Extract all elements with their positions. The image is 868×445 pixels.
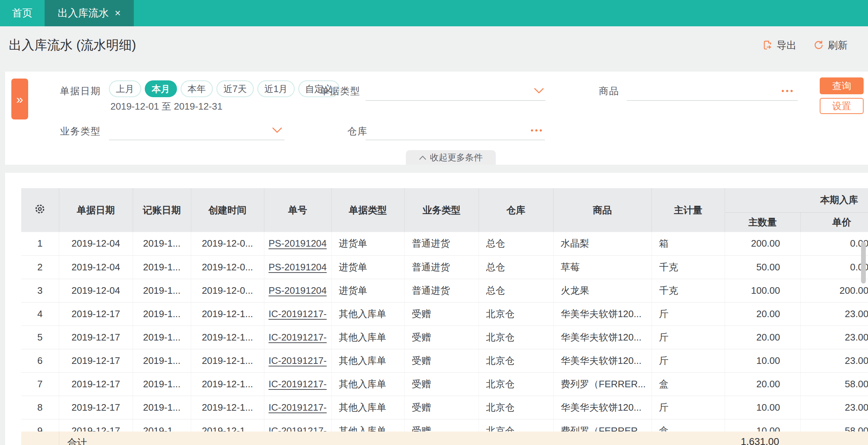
table-row: 92019-12-172019-1...2019-12-1...IC-20191…: [21, 419, 868, 431]
cell-no: 6: [21, 349, 59, 372]
date-preset-4[interactable]: 近1月: [257, 80, 295, 97]
cell-created: 2019-12-1...: [191, 419, 264, 431]
cell-created: 2019-12-1...: [191, 349, 264, 372]
tab-inout-flow-label: 出入库流水: [58, 6, 109, 20]
settings-button[interactable]: 设置: [820, 98, 864, 114]
cell-qty: 20.00: [725, 302, 800, 326]
page-title: 出入库流水 (流水明细): [9, 37, 136, 54]
column-header-4: 单据类型: [331, 188, 404, 232]
table-row: 52019-12-172019-1...2019-12-1...IC-20191…: [21, 326, 868, 349]
cell-doc_date: 2019-12-17: [59, 372, 133, 396]
cell-created: 2019-12-0...: [191, 255, 264, 279]
warehouse-picker-ellipsis-icon[interactable]: [531, 129, 542, 132]
gear-icon: [34, 203, 46, 215]
cell-unit: 盒: [652, 372, 725, 396]
cell-price: 0.000: [800, 255, 868, 279]
cell-account_date: 2019-1...: [133, 279, 191, 302]
cell-doc_date: 2019-12-17: [59, 419, 133, 431]
cell-doc_type: 进货单: [331, 279, 404, 302]
export-button[interactable]: 导出: [762, 39, 796, 52]
close-tab-icon[interactable]: ×: [115, 8, 121, 18]
doc-no-link[interactable]: PS-20191204: [268, 238, 327, 249]
cell-doc_type: 进货单: [331, 255, 404, 279]
panel-expander-button[interactable]: »: [11, 79, 28, 119]
cell-doc_no: PS-20191204: [264, 279, 331, 302]
cell-doc_no: PS-20191204: [264, 255, 331, 279]
doc-no-link[interactable]: IC-20191217-: [269, 308, 327, 319]
export-icon: [762, 40, 773, 51]
cell-doc_type: 其他入库单: [331, 396, 404, 419]
cell-no: 2: [21, 255, 59, 279]
cell-no: 4: [21, 302, 59, 326]
page-header: 出入库流水 (流水明细) 导出 刷新: [0, 26, 868, 65]
column-header-1: 记账日期: [133, 188, 191, 232]
column-header-8: 主计量: [652, 188, 725, 232]
doc-no-link[interactable]: IC-20191217-: [269, 379, 327, 389]
cell-warehouse: 北京仓: [479, 372, 553, 396]
column-header-2: 创建时间: [191, 188, 264, 232]
table-row: 72019-12-172019-1...2019-12-1...IC-20191…: [21, 372, 868, 396]
biz-type-dropdown[interactable]: [272, 127, 282, 133]
warehouse-input[interactable]: [366, 122, 545, 140]
cell-doc_date: 2019-12-17: [59, 302, 133, 326]
cell-price: 58.000: [800, 372, 868, 396]
column-header-3: 单号: [264, 188, 331, 232]
chevron-down-icon: [534, 88, 544, 94]
refresh-button[interactable]: 刷新: [813, 39, 848, 52]
cell-account_date: 2019-1...: [133, 396, 191, 419]
doc-type-label: 单据类型: [320, 85, 361, 98]
cell-biz_type: 普通进货: [404, 279, 479, 302]
table-row: 42019-12-172019-1...2019-12-1...IC-20191…: [21, 302, 868, 326]
cell-qty: 10.00: [725, 349, 800, 372]
doc-no-link[interactable]: IC-20191217-: [269, 332, 327, 343]
cell-unit: 斤: [652, 326, 725, 349]
cell-created: 2019-12-1...: [191, 302, 264, 326]
cell-doc_type: 其他入库单: [331, 372, 404, 396]
refresh-icon: [813, 40, 824, 51]
doc-type-input[interactable]: [366, 83, 546, 101]
group-header-current-inbound: 本期入库: [725, 188, 868, 212]
tab-home[interactable]: 首页: [0, 0, 45, 26]
cell-biz_type: 受赠: [404, 326, 479, 349]
date-preset-0[interactable]: 上月: [109, 80, 141, 97]
cell-product: 水晶梨: [553, 232, 652, 255]
cell-qty: 10.00: [725, 419, 800, 431]
date-preset-3[interactable]: 近7天: [216, 80, 254, 97]
chevron-up-icon: [419, 155, 426, 160]
column-header-0: 单据日期: [59, 188, 133, 232]
doc-no-link[interactable]: IC-20191217-: [269, 402, 327, 413]
date-preset-1[interactable]: 本月: [145, 80, 177, 97]
table-row: 22019-12-042019-1...2019-12-0...PS-20191…: [21, 255, 868, 279]
cell-account_date: 2019-1...: [133, 302, 191, 326]
cell-no: 9: [21, 419, 59, 431]
export-label: 导出: [777, 39, 796, 52]
cell-doc_no: PS-20191204: [264, 232, 331, 255]
cell-created: 2019-12-0...: [191, 279, 264, 302]
cell-biz_type: 普通进货: [404, 255, 479, 279]
doc-no-link[interactable]: PS-20191204: [268, 285, 327, 296]
cell-price: 58.000: [800, 419, 868, 431]
doc-type-dropdown[interactable]: [534, 88, 544, 94]
product-picker-ellipsis-icon[interactable]: [782, 90, 793, 92]
date-preset-2[interactable]: 本年: [181, 80, 213, 97]
vertical-scrollbar-thumb[interactable]: [861, 241, 866, 284]
column-header-6: 仓库: [479, 188, 553, 232]
product-input[interactable]: [627, 83, 798, 101]
query-button[interactable]: 查询: [820, 77, 864, 94]
doc-no-link[interactable]: IC-20191217-: [269, 425, 327, 432]
cell-doc_no: IC-20191217-: [264, 349, 331, 372]
tab-inout-flow[interactable]: 出入库流水 ×: [45, 0, 134, 26]
cell-account_date: 2019-1...: [133, 232, 191, 255]
collapse-more-conditions-toggle[interactable]: 收起更多条件: [406, 150, 496, 165]
doc-no-link[interactable]: PS-20191204: [268, 262, 327, 273]
cell-unit: 盒: [652, 419, 725, 431]
cell-account_date: 2019-1...: [133, 372, 191, 396]
biz-type-input[interactable]: [109, 122, 284, 140]
sub-column-header-1: 单价: [800, 212, 868, 232]
cell-biz_type: 受赠: [404, 349, 479, 372]
date-range-value[interactable]: 2019-12-01 至 2019-12-31: [110, 100, 222, 113]
column-settings-button[interactable]: [21, 188, 59, 232]
cell-doc_type: 其他入库单: [331, 326, 404, 349]
cell-biz_type: 受赠: [404, 419, 479, 431]
doc-no-link[interactable]: IC-20191217-: [269, 355, 327, 366]
